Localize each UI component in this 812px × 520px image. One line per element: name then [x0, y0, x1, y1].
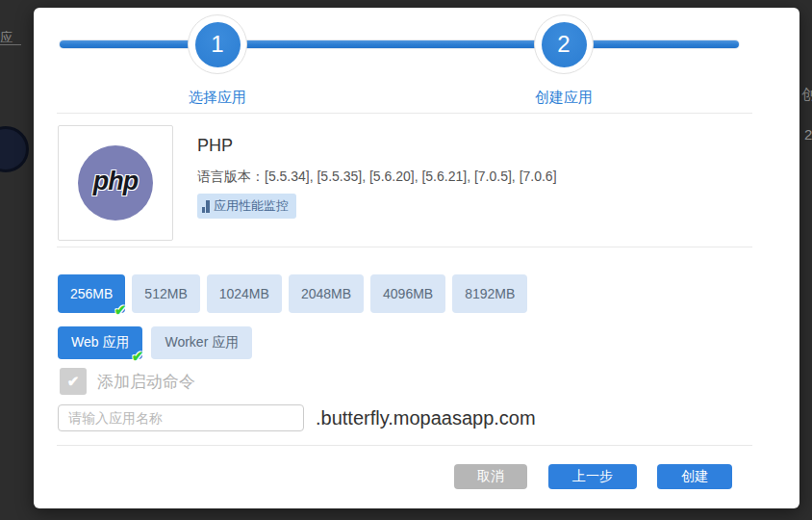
chip-label: 8192MB	[465, 286, 515, 301]
divider	[57, 247, 752, 247]
step-1-circle: 1	[188, 14, 247, 74]
memory-option-2048mb[interactable]: 2048MB	[289, 274, 364, 313]
app-name-row: .butterfly.mopaasapp.com	[58, 404, 536, 431]
chip-label: 256MB	[70, 286, 113, 301]
startup-command-checkbox[interactable]: ✔	[60, 368, 87, 395]
memory-option-1024mb[interactable]: 1024MB	[207, 274, 282, 313]
app-type-row: Web 应用 ✔ Worker 应用	[58, 326, 261, 359]
php-logo-text: php	[93, 167, 138, 196]
chip-label: 4096MB	[383, 286, 433, 301]
versions-list: [5.5.34], [5.5.35], [5.6.20], [5.6.21], …	[265, 169, 557, 184]
startup-command-row: ✔ 添加启动命令	[60, 368, 195, 395]
memory-options-row: 256MB ✔ 512MB 1024MB 2048MB 4096MB 8192M…	[58, 274, 534, 313]
chip-label: Web 应用	[71, 334, 129, 351]
app-title: PHP	[197, 136, 233, 156]
divider	[57, 445, 752, 446]
domain-suffix: .butterfly.mopaasapp.com	[316, 407, 536, 429]
chip-label: 1024MB	[219, 286, 269, 301]
app-versions: 语言版本：[5.5.34], [5.5.35], [5.6.20], [5.6.…	[197, 169, 557, 186]
type-option-worker[interactable]: Worker 应用	[151, 326, 252, 359]
modal-overlay: { "background": { "fragment_top_left": "…	[0, 0, 812, 520]
step-1-number: 1	[195, 22, 241, 67]
selected-app-card: php	[58, 125, 173, 241]
php-logo-icon: php	[78, 145, 153, 221]
check-icon: ✔	[132, 349, 144, 363]
background-text-fragment: 2	[804, 126, 812, 143]
app-name-input[interactable]	[58, 404, 304, 431]
step-2-number: 2	[542, 22, 587, 67]
stepper-progress-bar	[60, 40, 739, 48]
chip-label: 2048MB	[301, 286, 351, 301]
background-text-fragment: 应	[0, 29, 21, 45]
memory-option-8192mb[interactable]: 8192MB	[452, 274, 527, 313]
background-avatar-circle	[0, 126, 29, 172]
divider	[57, 113, 752, 114]
background-text-fragment: 创	[801, 86, 812, 104]
type-option-web[interactable]: Web 应用 ✔	[58, 326, 142, 359]
versions-label: 语言版本：	[197, 169, 265, 184]
step-1-label: 选择应用	[160, 89, 275, 107]
footer-actions: 取消 上一步 创建	[454, 464, 732, 489]
cancel-button[interactable]: 取消	[454, 464, 527, 489]
check-icon: ✔	[114, 302, 127, 317]
create-app-modal: 1 2 选择应用 创建应用 php PHP 语言版本：[5.5.34], [5.…	[34, 8, 799, 508]
check-icon: ✔	[67, 373, 80, 390]
memory-option-256mb[interactable]: 256MB ✔	[58, 274, 125, 313]
create-button[interactable]: 创建	[657, 464, 732, 489]
startup-command-label: 添加启动命令	[97, 371, 195, 393]
step-2-circle: 2	[534, 14, 594, 74]
chip-label: Worker 应用	[165, 334, 239, 351]
perf-badge-label: 应用性能监控	[214, 197, 289, 215]
bar-chart-icon	[206, 200, 210, 213]
previous-step-button[interactable]: 上一步	[548, 464, 637, 489]
memory-option-512mb[interactable]: 512MB	[132, 274, 199, 313]
perf-monitor-badge: 应用性能监控	[197, 194, 296, 219]
memory-option-4096mb[interactable]: 4096MB	[370, 274, 445, 313]
step-2-label: 创建应用	[506, 89, 622, 107]
chip-label: 512MB	[144, 286, 187, 301]
